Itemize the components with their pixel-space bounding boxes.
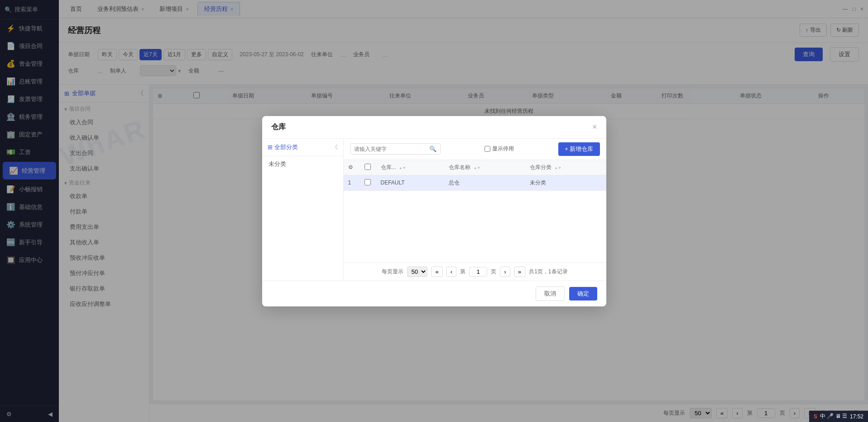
modal-search-icon[interactable]: 🔍	[429, 146, 436, 152]
all-category-label: 全部分类	[274, 143, 298, 151]
system-time: 17:52	[850, 413, 863, 420]
modal-close-button[interactable]: ×	[592, 122, 597, 132]
modal-page-label: 页	[491, 268, 496, 276]
modal-title: 仓库	[271, 122, 286, 132]
cancel-button[interactable]: 取消	[536, 286, 565, 301]
show-disabled-label[interactable]: 显示停用	[484, 145, 514, 153]
show-disabled-checkbox[interactable]	[484, 146, 490, 152]
settings-col-icon-modal: ⚙	[348, 164, 353, 170]
sort-cat-icon: ▲▼	[554, 166, 561, 170]
tray-icons: 中 🎤 🖥 ☰	[820, 412, 847, 420]
modal-search-box: 🔍	[350, 143, 441, 155]
sort-code-icon: ▲▼	[399, 166, 406, 170]
add-warehouse-button[interactable]: + 新增仓库	[558, 142, 599, 156]
modal-row-category: 未分类	[525, 175, 606, 190]
modal-prev-page[interactable]: ‹	[446, 267, 456, 277]
modal-footer: 取消 确定	[262, 281, 606, 306]
confirm-button[interactable]: 确定	[569, 287, 597, 301]
modal-page-goto: 第	[460, 268, 465, 276]
modal-th-name[interactable]: 仓库名称 ▲▼	[444, 160, 525, 175]
modal-row-name: 总仓	[444, 175, 525, 190]
modal-th-code[interactable]: 仓库... ▲▼	[376, 160, 445, 175]
modal-table-body: 1 DEFAULT 总仓 未分类	[344, 175, 606, 190]
grid-cat-icon: ⊞	[268, 144, 273, 150]
warehouse-modal: 仓库 × ⊞ 全部分类 《 未分类	[262, 116, 606, 306]
modal-th-settings[interactable]: ⚙	[344, 160, 360, 175]
tray-s-icon: S	[814, 413, 817, 420]
modal-row-checkbox-cell[interactable]	[360, 175, 376, 190]
modal-overlay[interactable]: 仓库 × ⊞ 全部分类 《 未分类	[0, 0, 868, 422]
sort-name-icon: ▲▼	[474, 166, 481, 170]
modal-per-page-label: 每页显示	[382, 268, 403, 276]
modal-next-page[interactable]: ›	[500, 267, 510, 277]
modal-body: ⊞ 全部分类 《 未分类 🔍	[262, 139, 606, 281]
modal-left-header: ⊞ 全部分类 《	[262, 139, 343, 156]
modal-table-wrapper: ⚙ 仓库... ▲▼ 仓库名称	[344, 160, 606, 262]
modal-header: 仓库 ×	[262, 116, 606, 139]
modal-page-input[interactable]	[469, 267, 487, 276]
modal-total-label: 共1页，1条记录	[529, 268, 567, 276]
modal-table-panel: 🔍 显示停用 + 新增仓库 ⚙	[344, 139, 606, 281]
modal-table-row[interactable]: 1 DEFAULT 总仓 未分类	[344, 175, 606, 190]
modal-row-index: 1	[344, 175, 360, 190]
system-tray: S 中 🎤 🖥 ☰ 17:52	[809, 411, 868, 422]
modal-category-panel: ⊞ 全部分类 《 未分类	[262, 139, 344, 281]
modal-table-header: ⚙ 仓库... ▲▼ 仓库名称	[344, 160, 606, 175]
modal-toolbar: 🔍 显示停用 + 新增仓库	[344, 139, 606, 160]
modal-th-category[interactable]: 仓库分类 ▲▼	[525, 160, 606, 175]
modal-row-checkbox[interactable]	[364, 179, 371, 185]
modal-header-row: ⚙ 仓库... ▲▼ 仓库名称	[344, 160, 606, 175]
modal-per-page-select[interactable]: 50	[407, 267, 427, 277]
modal-search-input[interactable]	[354, 146, 427, 152]
modal-pagination: 每页显示 50 « ‹ 第 页 › » 共1页，1条记录	[344, 262, 606, 281]
modal-category-uncategorized[interactable]: 未分类	[262, 156, 343, 172]
modal-th-checkbox[interactable]	[360, 160, 376, 175]
modal-select-all[interactable]	[364, 164, 371, 170]
all-category-item[interactable]: ⊞ 全部分类	[268, 143, 298, 151]
modal-first-page[interactable]: «	[431, 267, 442, 277]
modal-last-page[interactable]: »	[514, 267, 525, 277]
modal-table: ⚙ 仓库... ▲▼ 仓库名称	[344, 160, 606, 191]
modal-row-code: DEFAULT	[376, 175, 445, 190]
modal-left-scroll-area	[262, 172, 343, 281]
collapse-modal-left-icon[interactable]: 《	[332, 143, 338, 151]
